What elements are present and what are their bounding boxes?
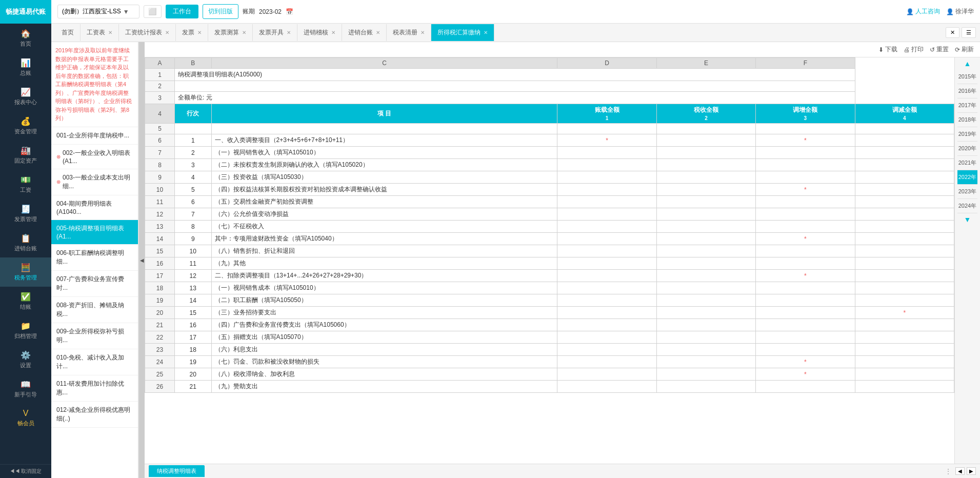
tab-item-8[interactable]: 税表清册✕	[387, 24, 431, 41]
row-c3[interactable]	[756, 257, 855, 270]
row-c3[interactable]	[756, 307, 855, 319]
row-c3[interactable]: *	[756, 184, 855, 196]
row-c1[interactable]	[557, 221, 656, 233]
tab-close-all-button[interactable]: ✕	[946, 27, 959, 38]
year-scroll-up-button[interactable]: ▲	[962, 57, 973, 70]
company-select[interactable]: (勿删）江西股宝-LSS ▼	[57, 5, 139, 18]
row-c2[interactable]	[656, 344, 755, 356]
row-c4[interactable]	[855, 208, 954, 221]
workbench-button[interactable]: 工作台	[166, 5, 198, 18]
year-button-2024[interactable]: 2024年	[957, 199, 977, 213]
tab-item-6[interactable]: 进销稽核✕	[297, 24, 342, 41]
row-c1[interactable]	[557, 368, 656, 381]
row-c2[interactable]	[656, 319, 755, 331]
sidebar-item-tax[interactable]: 🧮税务管理	[0, 257, 51, 287]
row-c1[interactable]	[557, 147, 656, 159]
row-c3[interactable]	[756, 208, 855, 221]
row-c3[interactable]: *	[756, 356, 855, 368]
row-c4[interactable]	[855, 331, 954, 344]
left-menu-item-009[interactable]: 009-企业所得税弥补亏损明...	[51, 323, 138, 349]
row-c3[interactable]	[756, 282, 855, 294]
row-c2[interactable]	[656, 368, 755, 381]
row-c4[interactable]	[855, 319, 954, 331]
sidebar-item-report[interactable]: 📈报表中心	[0, 82, 51, 111]
sidebar-unfix-button[interactable]: ◀◀ 取消固定	[0, 464, 51, 478]
row-c3[interactable]	[756, 294, 855, 307]
row-c1[interactable]	[557, 356, 656, 368]
row-c1[interactable]	[557, 319, 656, 331]
tab-item-9[interactable]: 所得税汇算缴纳✕	[431, 24, 494, 41]
row-c3[interactable]: *	[756, 368, 855, 381]
tab-close-icon[interactable]: ✕	[287, 30, 291, 35]
left-menu-item-008[interactable]: 008-资产折旧、摊销及纳税...	[51, 297, 138, 323]
row-c4[interactable]	[855, 270, 954, 282]
row-c2[interactable]	[656, 208, 755, 221]
sidebar-item-settle[interactable]: ✅结账	[0, 287, 51, 316]
row-c4[interactable]	[855, 134, 954, 147]
year-button-2017[interactable]: 2017年	[957, 98, 977, 113]
tab-item-2[interactable]: 工资统计报表✕	[119, 24, 176, 41]
row-c2[interactable]	[656, 307, 755, 319]
sidebar-item-home[interactable]: 🏠首页	[0, 24, 51, 53]
left-menu-item-003[interactable]: ⊗003-一般企业成本支出明细...	[51, 169, 138, 195]
year-button-2018[interactable]: 2018年	[957, 113, 977, 127]
row-c4[interactable]	[855, 257, 954, 270]
row-c1[interactable]	[557, 159, 656, 171]
row-c1[interactable]	[557, 257, 656, 270]
year-scroll-down-button[interactable]: ▼	[962, 213, 973, 226]
sidebar-item-import-ledger[interactable]: 📋进销台账	[0, 228, 51, 257]
row-c2[interactable]	[656, 331, 755, 344]
row-c1[interactable]	[557, 184, 656, 196]
sidebar-item-guide[interactable]: 📖新手引导	[0, 374, 51, 404]
row-c4[interactable]	[855, 221, 954, 233]
row-c2[interactable]	[656, 196, 755, 208]
row-c4[interactable]	[855, 282, 954, 294]
row-c3[interactable]	[756, 381, 855, 393]
tab-close-icon[interactable]: ✕	[331, 30, 335, 35]
row-c3[interactable]: *	[756, 134, 855, 147]
row-c3[interactable]: *	[756, 233, 855, 245]
sidebar-item-settings[interactable]: ⚙️设置	[0, 345, 51, 374]
copy-button[interactable]: ⬜	[144, 5, 162, 18]
row-c3[interactable]	[756, 221, 855, 233]
row-c1[interactable]	[557, 381, 656, 393]
row-c4[interactable]	[855, 245, 954, 257]
collapse-left-panel-button[interactable]: ◀	[138, 42, 145, 478]
left-menu-item-010[interactable]: 010-免税、减计收入及加计...	[51, 349, 138, 375]
year-button-2015[interactable]: 2015年	[957, 70, 977, 84]
reset-button[interactable]: ↺ 重置	[930, 45, 949, 54]
row-c3[interactable]	[756, 319, 855, 331]
left-menu-item-005[interactable]: 005-纳税调整项目明细表(A1...	[51, 220, 138, 245]
year-button-2021[interactable]: 2021年	[957, 156, 977, 170]
calendar-icon[interactable]: 📅	[286, 8, 293, 15]
download-button[interactable]: ⬇ 下载	[878, 45, 897, 54]
row-c2[interactable]	[656, 270, 755, 282]
row-c4[interactable]	[855, 344, 954, 356]
row-c3[interactable]	[756, 344, 855, 356]
year-button-2022[interactable]: 2022年	[957, 170, 977, 185]
spreadsheet-main[interactable]: A B C D E F 1纳税调整项目明细表(A105000)23全额单位: 元…	[145, 57, 954, 464]
row-c3[interactable]	[756, 159, 855, 171]
row-c1[interactable]	[557, 282, 656, 294]
row-c3[interactable]	[756, 245, 855, 257]
row-c2[interactable]	[656, 147, 755, 159]
row-c2[interactable]	[656, 134, 755, 147]
row-c4[interactable]	[855, 184, 954, 196]
left-menu-item-007[interactable]: 007-广告费和业务宣传费时...	[51, 271, 138, 297]
row-c1[interactable]	[557, 344, 656, 356]
tab-close-icon[interactable]: ✕	[165, 30, 169, 35]
tab-item-0[interactable]: 首页	[55, 24, 81, 41]
row-c1[interactable]	[557, 331, 656, 344]
row-c3[interactable]: *	[756, 270, 855, 282]
row-c1[interactable]	[557, 307, 656, 319]
row-c2[interactable]	[656, 257, 755, 270]
scroll-left-button[interactable]: ◀	[955, 467, 965, 475]
row-c4[interactable]	[855, 196, 954, 208]
row-c1[interactable]	[557, 208, 656, 221]
row-c2[interactable]	[656, 245, 755, 257]
tab-item-1[interactable]: 工资表✕	[81, 24, 119, 41]
row-c2[interactable]	[656, 282, 755, 294]
row-c1[interactable]	[557, 171, 656, 184]
row-c1[interactable]	[557, 196, 656, 208]
row-c4[interactable]	[855, 233, 954, 245]
